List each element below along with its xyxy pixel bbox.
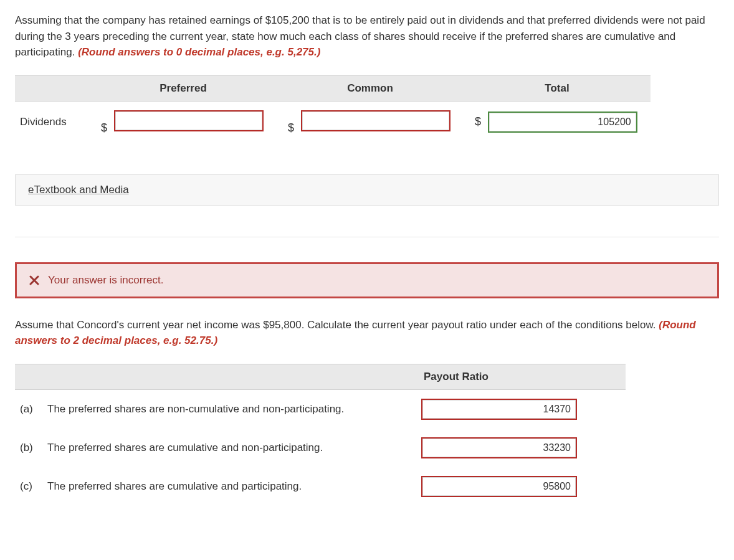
part-c-text: The preferred shares are cumulative and … (42, 467, 416, 506)
q1-round-note: (Round answers to 0 decimal places, e.g.… (78, 46, 320, 58)
payout-c-input[interactable]: 95800 (421, 476, 577, 497)
row-label-dividends: Dividends (15, 101, 90, 143)
question1-text: Assuming that the company has retained e… (15, 12, 719, 60)
etextbook-label: eTextbook and Media (28, 184, 129, 196)
col-preferred: Preferred (90, 75, 277, 101)
dividends-row: Dividends $ $ $ 105200 (15, 101, 651, 143)
part-c-label: (c) (15, 467, 42, 506)
alert-text: Your answer is incorrect. (48, 274, 164, 287)
close-x-icon (29, 275, 39, 285)
question2-text: Assume that Concord's current year net i… (15, 317, 719, 349)
total-input[interactable]: 105200 (488, 112, 637, 133)
q2-intro: Assume that Concord's current year net i… (15, 319, 659, 331)
dividends-table: Preferred Common Total Dividends $ $ $ 1… (15, 75, 651, 143)
payout-a-input[interactable]: 14370 (421, 399, 577, 420)
part-a-label: (a) (15, 389, 42, 429)
col-common: Common (277, 75, 464, 101)
preferred-input[interactable] (114, 110, 264, 131)
section-divider (15, 237, 719, 237)
table-row: (c) The preferred shares are cumulative … (15, 467, 626, 506)
etextbook-link[interactable]: eTextbook and Media (15, 174, 719, 206)
payout-b-input[interactable]: 33230 (421, 437, 577, 458)
payout-table: Payout Ratio (a) The preferred shares ar… (15, 364, 626, 506)
incorrect-alert: Your answer is incorrect. (15, 262, 719, 298)
part-b-text: The preferred shares are cumulative and … (42, 429, 416, 467)
table-row: (a) The preferred shares are non-cumulat… (15, 389, 626, 429)
table-row: (b) The preferred shares are cumulative … (15, 429, 626, 467)
common-input[interactable] (301, 110, 450, 131)
col-payout: Payout Ratio (416, 364, 626, 389)
col-total: Total (464, 75, 651, 101)
currency-symbol: $ (95, 121, 111, 134)
part-b-label: (b) (15, 429, 42, 467)
part-a-text: The preferred shares are non-cumulative … (42, 389, 416, 429)
currency-symbol: $ (469, 115, 485, 128)
currency-symbol: $ (282, 121, 298, 134)
